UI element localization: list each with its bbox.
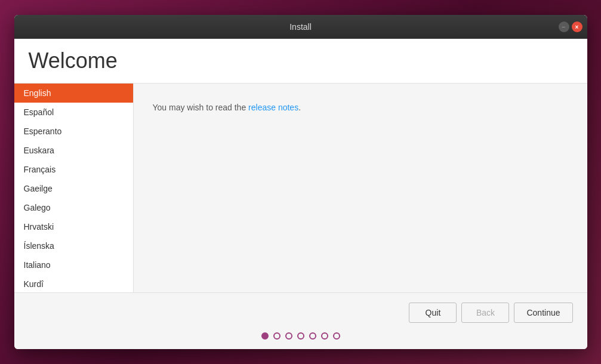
close-icon: × [575,24,579,30]
progress-dot-3 [297,332,304,340]
lang-item-italiano[interactable]: Italiano [14,255,133,274]
right-panel: You may wish to read the release notes. [134,84,587,292]
progress-dot-0 [261,332,269,340]
release-notes-suffix: . [298,103,301,112]
release-notes-link[interactable]: release notes [248,103,298,112]
minimize-button[interactable]: − [559,21,569,32]
lang-item-galego[interactable]: Galego [14,198,133,217]
main-content: EnglishEspañolEsperantoEuskaraFrançaisGa… [14,84,587,292]
titlebar-buttons: − × [559,21,582,32]
install-window: Install − × Welcome EnglishEspañolEspera… [14,15,587,349]
lang-item-francais[interactable]: Français [14,160,133,179]
lang-item-hrvatski[interactable]: Hrvatski [14,217,133,236]
lang-item-euskara[interactable]: Euskara [14,141,133,160]
lang-item-english[interactable]: English [14,84,133,103]
bottom-area: Quit Back Continue [14,292,587,349]
back-button[interactable]: Back [461,303,509,323]
continue-button[interactable]: Continue [514,303,572,323]
button-row: Quit Back Continue [29,303,573,323]
titlebar: Install − × [14,15,587,39]
minimize-icon: − [562,24,566,30]
content-area: Welcome EnglishEspañolEsperantoEuskaraFr… [14,39,587,349]
release-notes-text: You may wish to read the release notes. [153,103,568,112]
close-button[interactable]: × [572,21,582,32]
page-title-bar: Welcome [14,39,587,84]
lang-item-espanol[interactable]: Español [14,103,133,122]
lang-item-esperanto[interactable]: Esperanto [14,122,133,141]
lang-item-kurdi[interactable]: Kurdî [14,274,133,292]
release-notes-prefix: You may wish to read the [153,103,249,112]
progress-dot-6 [333,332,340,340]
progress-dot-2 [285,332,292,340]
progress-dot-1 [273,332,281,340]
progress-dot-5 [321,332,328,340]
language-list: EnglishEspañolEsperantoEuskaraFrançaisGa… [14,84,134,292]
lang-item-islenska[interactable]: Íslenska [14,236,133,255]
quit-button[interactable]: Quit [409,303,457,323]
progress-dots [261,332,340,340]
window-title: Install [289,22,312,32]
progress-dot-4 [309,332,316,340]
lang-item-gaeilge[interactable]: Gaeilge [14,179,133,198]
page-title: Welcome [29,48,573,73]
